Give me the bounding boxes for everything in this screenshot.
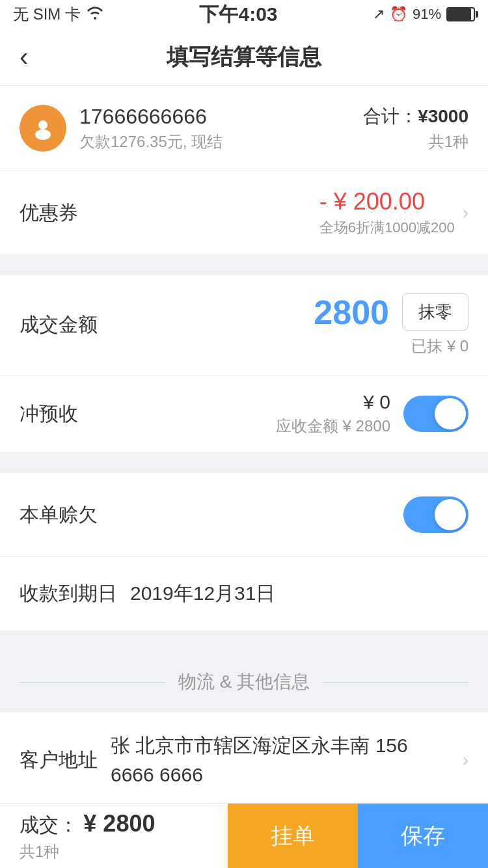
coupon-desc: 全场6折满1000减200 bbox=[319, 218, 455, 237]
bottom-deal-amount: ¥ 2800 bbox=[83, 810, 155, 837]
chevron-right-icon: › bbox=[463, 202, 468, 223]
alarm-icon: ⏰ bbox=[390, 6, 407, 23]
divider-2 bbox=[0, 463, 488, 473]
coupon-row[interactable]: 优惠券 - ¥ 200.00 全场6折满1000减200 › bbox=[0, 170, 488, 254]
deal-amount-section: 成交金额 2800 抹零 已抹 ¥ 0 冲预收 ¥ 0 应收金额 ¥ 2800 bbox=[0, 275, 488, 452]
customer-row: 17666666666 欠款1276.35元, 现结 合计：¥3000 共1种 bbox=[0, 86, 488, 170]
pre-amount-value: ¥ 0 bbox=[276, 391, 390, 413]
customer-info: 17666666666 欠款1276.35元, 现结 bbox=[79, 105, 223, 152]
bottom-count: 共1种 bbox=[20, 841, 208, 862]
due-date-value: 2019年12月31日 bbox=[130, 580, 275, 607]
no-debt-section: 本单赊欠 收款到期日 2019年12月31日 bbox=[0, 473, 488, 631]
due-date-label: 收款到期日 bbox=[20, 580, 117, 607]
status-right: ↗ ⏰ 91% bbox=[373, 6, 475, 23]
address-value: 张 北京市市辖区海淀区永丰南 156 6666 6666 bbox=[98, 731, 463, 789]
total-label: 合计：¥3000 bbox=[363, 104, 468, 129]
status-left: 无 SIM 卡 bbox=[13, 4, 104, 25]
svg-point-0 bbox=[38, 120, 47, 129]
address-chevron-icon: › bbox=[463, 750, 468, 770]
item-count: 共1种 bbox=[363, 131, 468, 152]
logistics-title: 物流 & 其他信息 bbox=[178, 670, 310, 694]
logistics-line-left bbox=[20, 682, 165, 683]
location-icon: ↗ bbox=[373, 6, 385, 23]
logistics-header: 物流 & 其他信息 bbox=[0, 651, 488, 712]
battery-percent: 91% bbox=[413, 6, 441, 23]
deal-amount-label: 成交金额 bbox=[20, 312, 98, 338]
carrier-text: 无 SIM 卡 bbox=[13, 4, 81, 25]
customer-phone: 17666666666 bbox=[79, 105, 223, 129]
bottom-info: 成交： ¥ 2800 共1种 bbox=[0, 810, 228, 862]
coupon-info: - ¥ 200.00 全场6折满1000减200 bbox=[319, 188, 455, 237]
deal-amount-row: 成交金额 2800 抹零 已抹 ¥ 0 bbox=[0, 275, 488, 375]
pre-collect-toggle[interactable] bbox=[403, 396, 468, 432]
amount-sub-text: 已抹 ¥ 0 bbox=[314, 336, 468, 357]
avatar bbox=[20, 105, 66, 152]
divider-1 bbox=[0, 265, 488, 275]
coupon-right: - ¥ 200.00 全场6折满1000减200 › bbox=[319, 188, 468, 237]
coupon-label: 优惠券 bbox=[20, 200, 78, 226]
nav-bar: ‹ 填写结算等信息 bbox=[0, 29, 488, 86]
bottom-deal-label: 成交： bbox=[20, 814, 78, 835]
wifi-icon bbox=[86, 5, 104, 23]
address-label: 客户地址 bbox=[20, 747, 98, 774]
back-button[interactable]: ‹ bbox=[13, 36, 34, 78]
svg-point-1 bbox=[35, 129, 51, 140]
no-debt-toggle[interactable] bbox=[403, 496, 468, 533]
pre-receivable-text: 应收金额 ¥ 2800 bbox=[276, 416, 390, 437]
pre-collect-row: 冲预收 ¥ 0 应收金额 ¥ 2800 bbox=[0, 375, 488, 452]
customer-right: 合计：¥3000 共1种 bbox=[363, 104, 468, 152]
customer-sub-info: 欠款1276.35元, 现结 bbox=[79, 131, 223, 152]
divider-3 bbox=[0, 641, 488, 651]
due-date-row: 收款到期日 2019年12月31日 bbox=[0, 556, 488, 631]
address-section: 客户地址 张 北京市市辖区海淀区永丰南 156 6666 6666 › bbox=[0, 712, 488, 807]
pre-collect-amounts: ¥ 0 应收金额 ¥ 2800 bbox=[276, 391, 390, 437]
deal-amount-right: 2800 抹零 已抹 ¥ 0 bbox=[314, 293, 468, 357]
logistics-line-right bbox=[323, 682, 468, 683]
customer-left: 17666666666 欠款1276.35元, 现结 bbox=[20, 105, 223, 152]
battery-icon bbox=[446, 7, 475, 21]
pending-button[interactable]: 挂单 bbox=[228, 804, 358, 869]
amount-area: 2800 抹零 bbox=[314, 293, 468, 331]
bottom-deal-text: 成交： ¥ 2800 bbox=[20, 810, 208, 839]
save-button[interactable]: 保存 bbox=[358, 804, 488, 869]
bottom-bar: 成交： ¥ 2800 共1种 挂单 保存 bbox=[0, 803, 488, 868]
time-display: 下午4:03 bbox=[199, 1, 277, 28]
coupon-discount: - ¥ 200.00 bbox=[319, 188, 455, 215]
address-row[interactable]: 客户地址 张 北京市市辖区海淀区永丰南 156 6666 6666 › bbox=[0, 712, 488, 807]
pre-collect-label: 冲预收 bbox=[20, 401, 78, 427]
customer-section: 17666666666 欠款1276.35元, 现结 合计：¥3000 共1种 … bbox=[0, 86, 488, 254]
pre-collect-right: ¥ 0 应收金额 ¥ 2800 bbox=[276, 391, 468, 437]
toggle-knob bbox=[435, 398, 466, 429]
no-debt-label: 本单赊欠 bbox=[20, 502, 98, 528]
no-debt-row: 本单赊欠 bbox=[0, 473, 488, 556]
deal-amount-value: 2800 bbox=[314, 295, 389, 329]
status-bar: 无 SIM 卡 下午4:03 ↗ ⏰ 91% bbox=[0, 0, 488, 29]
page-title: 填写结算等信息 bbox=[167, 42, 321, 72]
no-debt-toggle-knob bbox=[435, 499, 466, 530]
round-zero-button[interactable]: 抹零 bbox=[402, 293, 468, 331]
